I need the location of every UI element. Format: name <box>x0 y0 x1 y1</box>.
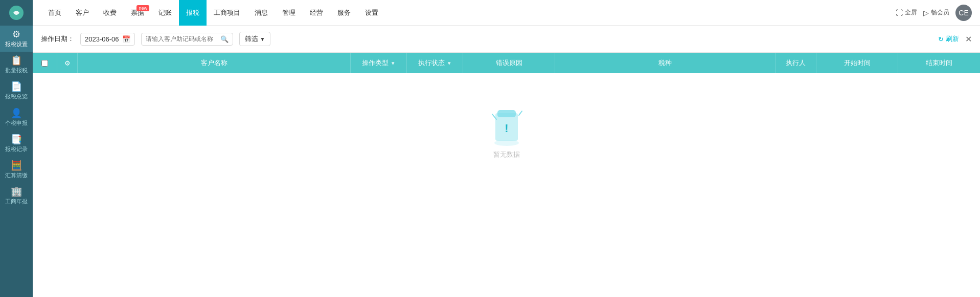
top-nav: 首页 客户 收费 票据 new 记账 报税 工商项目 消息 管理 经营 <box>33 0 980 26</box>
sidebar-item-batch-tax[interactable]: 📋 批量报税 <box>0 52 33 78</box>
date-picker[interactable]: 2023-06-06 📅 <box>80 33 135 46</box>
search-box: 🔍 <box>141 33 233 46</box>
tax-settings-icon: ⚙ <box>12 30 20 39</box>
th-settings[interactable]: ⚙ <box>57 53 78 73</box>
calendar-icon: 📅 <box>122 35 130 43</box>
settlement-icon: 🧮 <box>11 161 22 170</box>
content: 操作日期： 2023-06-06 📅 🔍 筛选 ▼ ↻ 刷新 ✕ <box>33 26 980 297</box>
refresh-button[interactable]: ↻ 刷新 <box>938 34 959 44</box>
filter-button[interactable]: 筛选 ▼ <box>239 32 271 46</box>
search-icon: 🔍 <box>220 35 229 43</box>
main-area: 首页 客户 收费 票据 new 记账 报税 工商项目 消息 管理 经营 <box>33 0 980 297</box>
nav-item-invoice[interactable]: 票据 new <box>124 0 151 26</box>
nav-item-biz-project[interactable]: 工商项目 <box>207 0 247 26</box>
sidebar-item-label: 批量报税 <box>5 67 28 74</box>
sidebar-item-settlement[interactable]: 🧮 汇算清缴 <box>0 157 33 183</box>
nav-item-tax[interactable]: 报税 <box>179 0 207 26</box>
nav-item-billing[interactable]: 收费 <box>96 0 124 26</box>
sidebar-item-tax-records[interactable]: 📑 报税记录 <box>0 131 33 157</box>
sidebar-item-individual-tax[interactable]: 👤 个税申报 <box>0 104 33 131</box>
date-label: 操作日期： <box>41 34 74 44</box>
empty-illustration: ! <box>486 104 527 150</box>
refresh-icon: ↻ <box>938 35 944 43</box>
th-start-time: 开始时间 <box>816 53 898 73</box>
table-header: ⚙ 客户名称 操作类型 ▼ 执行状态 ▼ 错误原因 税种 <box>33 53 980 73</box>
toolbar-right: ↻ 刷新 ✕ <box>938 34 972 44</box>
table-body: ! 暂无数据 <box>33 73 980 258</box>
sidebar-item-annual-report[interactable]: 🏢 工商年报 <box>0 183 33 209</box>
sidebar-logo <box>0 0 33 26</box>
empty-text: 暂无数据 <box>493 150 520 159</box>
individual-tax-icon: 👤 <box>11 109 22 118</box>
nav-item-service[interactable]: 服务 <box>330 0 358 26</box>
th-exec-status[interactable]: 执行状态 ▼ <box>407 53 463 73</box>
sidebar-item-label: 汇算清缴 <box>5 172 28 179</box>
sidebar-item-label: 工商年报 <box>5 198 28 205</box>
topnav-right: ⛶ 全屏 ▷ 畅会员 CE <box>896 5 972 21</box>
sidebar-item-label: 个税申报 <box>5 120 28 126</box>
sort-icon: ▼ <box>447 60 452 66</box>
tax-records-icon: 📑 <box>11 135 22 144</box>
nav-item-home[interactable]: 首页 <box>41 0 69 26</box>
sort-icon: ▼ <box>391 60 396 66</box>
nav-item-customer[interactable]: 客户 <box>69 0 96 26</box>
annual-report-icon: 🏢 <box>11 187 22 196</box>
tax-overview-icon: 📄 <box>11 82 22 91</box>
fullscreen-icon: ⛶ <box>896 9 903 17</box>
member-icon: ▷ <box>923 9 929 17</box>
member-btn[interactable]: ▷ 畅会员 <box>923 8 949 17</box>
sidebar-item-label: 报税总览 <box>5 93 28 100</box>
th-customer-name: 客户名称 <box>78 53 351 73</box>
avatar[interactable]: CE <box>955 5 972 21</box>
nav-item-message[interactable]: 消息 <box>247 0 275 26</box>
sidebar-item-tax-overview[interactable]: 📄 报税总览 <box>0 78 33 104</box>
sidebar-item-label: 报税设置 <box>5 41 28 48</box>
sidebar-item-label: 报税记录 <box>5 146 28 153</box>
sidebar: ⚙ 报税设置 📋 批量报税 📄 报税总览 👤 个税申报 📑 报税记录 🧮 汇算清… <box>0 0 33 297</box>
svg-point-6 <box>494 140 519 146</box>
th-tax-type: 税种 <box>555 53 776 73</box>
svg-line-5 <box>519 111 522 115</box>
svg-text:!: ! <box>505 122 508 135</box>
batch-tax-icon: 📋 <box>11 56 22 65</box>
nav-item-manage[interactable]: 管理 <box>275 0 303 26</box>
th-executor: 执行人 <box>776 53 816 73</box>
filter-label: 筛选 <box>245 34 258 44</box>
new-badge: new <box>136 5 149 11</box>
chevron-down-icon: ▼ <box>260 36 265 42</box>
th-error-reason: 错误原因 <box>463 53 555 73</box>
nav-item-settings[interactable]: 设置 <box>358 0 385 26</box>
toolbar: 操作日期： 2023-06-06 📅 🔍 筛选 ▼ ↻ 刷新 ✕ <box>33 26 980 53</box>
th-checkbox[interactable] <box>33 53 57 73</box>
empty-state: ! 暂无数据 <box>33 73 980 190</box>
nav-item-accounting[interactable]: 记账 <box>151 0 179 26</box>
search-input[interactable] <box>146 35 217 43</box>
svg-rect-2 <box>497 110 516 117</box>
settings-icon: ⚙ <box>64 59 71 67</box>
fullscreen-btn[interactable]: ⛶ 全屏 <box>896 8 917 17</box>
th-op-type[interactable]: 操作类型 ▼ <box>351 53 407 73</box>
date-value: 2023-06-06 <box>85 35 119 43</box>
close-button[interactable]: ✕ <box>965 34 972 44</box>
table-container: ⚙ 客户名称 操作类型 ▼ 执行状态 ▼ 错误原因 税种 <box>33 53 980 297</box>
nav-item-operation[interactable]: 经营 <box>303 0 330 26</box>
th-end-time: 结束时间 <box>898 53 980 73</box>
sidebar-item-tax-settings[interactable]: ⚙ 报税设置 <box>0 26 33 52</box>
select-all-checkbox[interactable] <box>41 60 48 67</box>
